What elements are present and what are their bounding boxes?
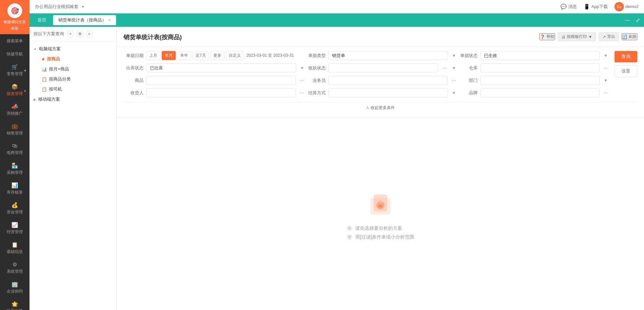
add-scheme-btn[interactable]: +	[67, 30, 74, 38]
department-label: 部门	[458, 78, 478, 84]
receiver-input[interactable]	[146, 88, 296, 97]
sidebar-item-finance[interactable]: 💰 资金管理	[0, 199, 30, 218]
system-icon: ⚙	[12, 261, 17, 268]
goods-label: 商品	[123, 78, 144, 84]
this-year-btn[interactable]: 本年	[177, 51, 191, 60]
sidebar-item-wholesale[interactable]: 📦 批发管理 ▲	[0, 80, 30, 100]
goods-input[interactable]	[146, 76, 296, 85]
collapse-panel-btn[interactable]: «	[86, 30, 93, 38]
sidebar-item-ecommerce[interactable]: 🛍 电商管理	[0, 140, 30, 159]
query-btn[interactable]: 查询	[614, 51, 637, 62]
empty-tips: ① 请先选择要分析的方案 ② 用[过滤]条件来缩小分析范围	[346, 225, 414, 240]
tree-item-by-goods[interactable]: ● 按商品	[38, 54, 116, 64]
department-chevron-icon[interactable]: ▼	[602, 78, 609, 83]
sidebar-item-system[interactable]: ⚙ 系统管理	[0, 258, 30, 278]
receiver-label: 收货人	[123, 90, 144, 96]
goods-dots-icon[interactable]: ···	[299, 78, 306, 84]
payment-chevron-icon[interactable]: ▼	[451, 66, 458, 70]
logo-icon: 🎯	[7, 3, 22, 18]
filter-group-date: 单据日期 上月 本月 本年 近7天 更多 自定义 2023-03-01 至 20…	[123, 51, 306, 60]
chevron-up-icon: ▲	[23, 88, 27, 92]
doc-status-input[interactable]	[480, 51, 600, 60]
brand-dots-icon[interactable]: ···	[602, 90, 609, 96]
inventory-icon: 📊	[11, 182, 18, 189]
tab-active[interactable]: 销货单统计表（按商品） ×	[53, 15, 116, 25]
doc-status-chevron-icon[interactable]: ▼	[602, 53, 609, 58]
minimize-btn[interactable]: —	[624, 16, 632, 25]
doc-status-label: 单据状态	[458, 53, 478, 59]
doc-type-input[interactable]	[328, 51, 448, 60]
settlement-input[interactable]	[328, 88, 448, 97]
date-label: 单据日期	[123, 53, 144, 59]
warehouse2-dots-icon[interactable]: ···	[602, 65, 609, 71]
sidebar-item-retail[interactable]: 🛒 零售管理 ▼	[0, 60, 30, 80]
close-icon[interactable]: ×	[108, 18, 111, 22]
warehouse-status-chevron-icon[interactable]: ▼	[299, 66, 306, 70]
settings-btn[interactable]: 设置	[614, 65, 637, 77]
tree-item-by-clerk[interactable]: 📋 按司机	[38, 84, 116, 94]
operations-icon: 📈	[11, 222, 18, 228]
tab-home[interactable]: 首页	[32, 15, 52, 25]
sidebar-item-label: 销售管理	[7, 131, 23, 136]
warehouse2-input[interactable]	[480, 63, 599, 72]
sidebar-search[interactable]: 搜索菜单	[0, 34, 30, 48]
filter-group-goods: 商品 ···	[123, 76, 306, 85]
export-btn[interactable]: ↗ 导出	[599, 32, 619, 41]
last7-btn[interactable]: 近7天	[193, 51, 209, 60]
chevron-down-icon: ▼	[81, 5, 85, 9]
salesperson-input[interactable]	[328, 76, 447, 85]
print-btn[interactable]: 🖨 按模板打印 ▼	[558, 32, 596, 41]
page-actions: ❓ 帮助 🖨 按模板打印 ▼ ↗ 导出 🔄	[539, 31, 637, 44]
refresh-btn[interactable]: 🔄 刷新	[622, 33, 637, 40]
collapse-conditions-btn[interactable]: ∧ 收起更多条件	[123, 102, 637, 113]
warehouse-status-label: 出库状态	[123, 65, 144, 71]
main-content: 办公用品行业模拟账套 ▼ 💬 消息 📱 App下载 Ea demo2 首页	[30, 0, 644, 310]
sidebar-item-basic[interactable]: 📋 基础信息	[0, 238, 30, 258]
logo-subtitle: 标版	[11, 26, 18, 31]
warehouse-status-input[interactable]	[146, 63, 296, 72]
department-input[interactable]	[480, 76, 600, 85]
brand-input[interactable]	[480, 88, 599, 97]
salesperson-dots-icon[interactable]: ···	[450, 78, 457, 84]
sidebar-item-operations[interactable]: 📈 经营管理	[0, 218, 30, 238]
empty-icon	[364, 188, 397, 221]
more-date-btn[interactable]: 更多	[210, 51, 224, 60]
payment-dots-icon[interactable]: ···	[441, 65, 448, 71]
chart-icon: 📊	[42, 67, 47, 72]
wholesale-icon: 📦	[11, 84, 18, 90]
empty-tip-1: ① 请先选择要分析的方案	[346, 225, 414, 231]
user-menu[interactable]: Ea demo2	[614, 2, 639, 11]
last-month-btn[interactable]: 上月	[146, 51, 160, 60]
sidebar-quick-nav[interactable]: 快捷导航	[0, 48, 30, 60]
sidebar-item-enterprise[interactable]: 🏢 企业协同	[0, 278, 30, 298]
sidebar-item-purchase[interactable]: 🏪 采购管理	[0, 159, 30, 179]
help-btn[interactable]: ❓ 帮助	[539, 33, 555, 40]
sidebar-item-label: 企业协同	[7, 289, 23, 294]
page-header: 销货单统计表(按商品) ❓ 帮助 🖨 按模板打印 ▼ ↗	[117, 27, 644, 47]
maximize-btn[interactable]: ⤢	[634, 16, 641, 25]
tree-mobile-section[interactable]: ▶ 移动端方案	[30, 94, 116, 104]
tip2-number: ②	[346, 234, 353, 240]
content-area: 按以下方案查询 + ⚙ « ▼ 电脑端方案 ● 按商品	[30, 27, 644, 310]
right-panel: 销货单统计表(按商品) ❓ 帮助 🖨 按模板打印 ▼ ↗	[117, 27, 644, 310]
this-month-btn[interactable]: 本月	[162, 51, 176, 60]
marketing-icon: 📣	[11, 103, 18, 110]
tree-pc-section[interactable]: ▼ 电脑端方案	[30, 44, 116, 54]
sidebar-item-marketing[interactable]: 📣 营销推广	[0, 100, 30, 120]
settings-scheme-btn[interactable]: ⚙	[76, 30, 84, 38]
app-download-btn[interactable]: 📱 App下载	[584, 4, 608, 10]
sidebar-item-inventory[interactable]: 📊 库存核算	[0, 179, 30, 199]
message-btn[interactable]: 💬 消息	[560, 4, 577, 10]
sidebar-item-guide[interactable]: 🌟 新手引导	[0, 298, 30, 310]
receiver-dots-icon[interactable]: ···	[299, 90, 306, 96]
basic-icon: 📋	[11, 242, 18, 248]
custom-date-btn[interactable]: 自定义	[226, 51, 244, 60]
tree-item-by-month-goods[interactable]: 📊 按月+商品	[38, 64, 116, 74]
app-logo[interactable]: 🎯 畅捷通好生意 标版	[0, 0, 30, 34]
settlement-chevron-icon[interactable]: ▼	[451, 91, 458, 95]
doc-type-chevron-icon[interactable]: ▼	[451, 53, 458, 58]
left-panel: 按以下方案查询 + ⚙ « ▼ 电脑端方案 ● 按商品	[30, 27, 117, 310]
payment-input[interactable]	[328, 63, 438, 72]
sidebar-item-sales[interactable]: 💼 销售管理	[0, 120, 30, 140]
tree-item-by-goods-cat[interactable]: 📋 按商品分类	[38, 74, 116, 84]
